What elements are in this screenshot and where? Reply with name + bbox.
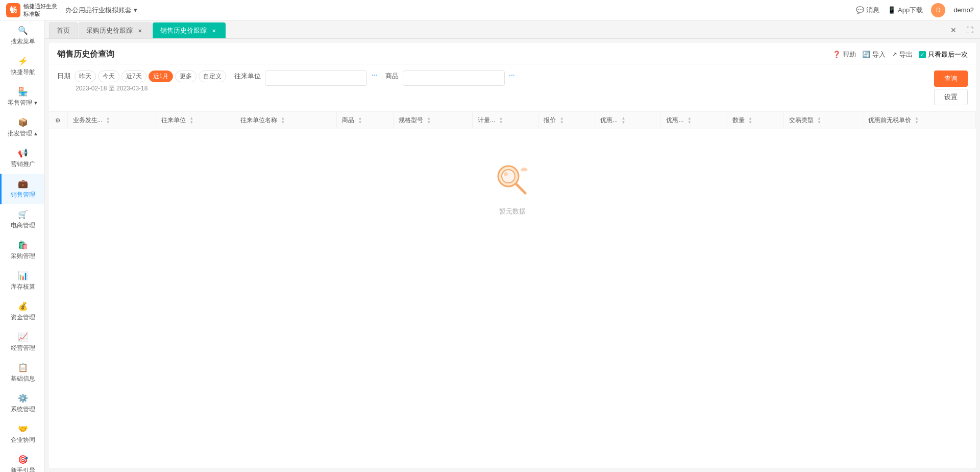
only-last-checkbox[interactable]: ✓ 只看最后一次 <box>919 50 968 59</box>
col-gear[interactable]: ⚙ <box>49 112 67 129</box>
col-trade-type[interactable]: 交易类型 ▲▼ <box>783 112 863 129</box>
tab-bar: 首页 采购历史价跟踪 ✕ 销售历史价跟踪 ✕ ✕ ⛶ <box>45 20 980 39</box>
date-btn-today[interactable]: 今天 <box>98 70 119 82</box>
svg-point-3 <box>504 172 508 176</box>
page-header: 销售历史价查询 ❓ 帮助 🔄 导入 ↗ 导出 ✓ <box>49 43 976 64</box>
chevron-down-icon: ▾ <box>134 6 137 14</box>
app-selector[interactable]: 办公用品行业模拟账套 ▾ <box>61 4 141 17</box>
box-icon: 📦 <box>18 117 28 127</box>
tab-purchase-history[interactable]: 采购历史价跟踪 ✕ <box>79 22 152 38</box>
content-area: 首页 采购历史价跟踪 ✕ 销售历史价跟踪 ✕ ✕ ⛶ 销售历史价查询 <box>45 20 980 472</box>
sidebar-item-retail[interactable]: 🏪 零售管理 ▼ <box>0 82 44 112</box>
tab-close-all-button[interactable]: ✕ <box>947 24 960 36</box>
col-quote[interactable]: 报价 ▲▼ <box>538 112 595 129</box>
handshake-icon: 🤝 <box>18 424 28 434</box>
table-wrapper: ⚙ 业务发生... ▲▼ 往来单位 ▲▼ 往来单位名称 ▲▼ <box>49 112 976 468</box>
logo-icon: 畅 <box>6 3 20 17</box>
search-icon: 🔍 <box>18 26 28 35</box>
data-table: ⚙ 业务发生... ▲▼ 往来单位 ▲▼ 往来单位名称 ▲▼ <box>49 112 976 129</box>
chevron-up-icon: ▲ <box>33 131 38 136</box>
filter-actions: 查询 设置 <box>934 70 968 105</box>
product-filter-group: 商品 ··· <box>385 70 515 86</box>
tab-close-purchase[interactable]: ✕ <box>136 27 144 35</box>
cart-icon: 🛒 <box>18 209 28 219</box>
date-btn-yesterday[interactable]: 昨天 <box>75 70 96 82</box>
tab-sales-history[interactable]: 销售历史价跟踪 ✕ <box>153 22 226 38</box>
partner-select-icon[interactable]: ··· <box>371 70 377 79</box>
tab-home[interactable]: 首页 <box>49 22 78 38</box>
svg-point-1 <box>502 170 515 183</box>
date-btn-1month[interactable]: 近1月 <box>149 70 174 82</box>
empty-state: 暂元数据 <box>49 129 976 247</box>
gear-icon: ⚙️ <box>18 393 28 403</box>
help-icon: ❓ <box>832 51 841 58</box>
avatar[interactable]: D <box>931 3 945 17</box>
date-filter-group: 日期 昨天 今天 近7天 近1月 更多 自定义 2023-02-18 至 202… <box>57 70 226 93</box>
megaphone-icon: 📢 <box>18 148 28 158</box>
sidebar-item-sales[interactable]: 💼 销售管理 <box>0 174 44 204</box>
top-bar-right: 💬 消息 📱 App下载 D demo2 <box>856 3 974 17</box>
tab-close-sales[interactable]: ✕ <box>210 27 218 35</box>
sidebar-item-search[interactable]: 🔍 搜索菜单 <box>0 20 44 51</box>
partner-input[interactable] <box>265 70 367 86</box>
date-btn-custom[interactable]: 自定义 <box>199 70 226 82</box>
sidebar-item-newbie[interactable]: 🎯 新手引导 <box>0 450 44 472</box>
sidebar-item-finance[interactable]: 💰 资金管理 <box>0 296 44 327</box>
product-select-icon[interactable]: ··· <box>509 70 515 79</box>
col-partner-name[interactable]: 往来单位名称 ▲▼ <box>235 112 336 129</box>
col-discount1[interactable]: 优惠... ▲▼ <box>595 112 661 129</box>
import-icon: 🔄 <box>862 51 870 58</box>
date-btn-7days[interactable]: 近7天 <box>121 70 146 82</box>
date-btn-more[interactable]: 更多 <box>175 70 197 82</box>
lightning-icon: ⚡ <box>18 56 28 66</box>
svg-line-2 <box>516 184 525 193</box>
filter-bar: 日期 昨天 今天 近7天 近1月 更多 自定义 2023-02-18 至 202… <box>49 64 976 112</box>
sidebar-item-system[interactable]: ⚙️ 系统管理 <box>0 388 44 419</box>
import-button[interactable]: 🔄 导入 <box>862 50 886 59</box>
sidebar-item-basic[interactable]: 📋 基础信息 <box>0 358 44 388</box>
sidebar-item-wholesale[interactable]: 📦 批发管理 ▲ <box>0 112 44 143</box>
trend-icon: 📈 <box>18 332 28 342</box>
col-unit[interactable]: 计量... ▲▼ <box>473 112 538 129</box>
col-partner-code[interactable]: 往来单位 ▲▼ <box>156 112 235 129</box>
top-bar: 畅 畅捷通好生意 标准版 办公用品行业模拟账套 ▾ 💬 消息 📱 App下载 D… <box>0 0 980 20</box>
message-button[interactable]: 💬 消息 <box>856 6 879 15</box>
clipboard-icon: 📋 <box>18 363 28 372</box>
help-button[interactable]: ❓ 帮助 <box>832 50 856 59</box>
sidebar-item-inventory[interactable]: 📊 库存核算 <box>0 266 44 296</box>
sidebar-item-enterprise[interactable]: 🤝 企业协同 <box>0 419 44 450</box>
search-button[interactable]: 查询 <box>934 70 968 87</box>
app-download-button[interactable]: 📱 App下载 <box>888 6 923 15</box>
col-discount2[interactable]: 优惠... ▲▼ <box>661 112 727 129</box>
sidebar-item-ecommerce[interactable]: 🛒 电商管理 <box>0 204 44 235</box>
tab-fullscreen-button[interactable]: ⛶ <box>964 24 976 36</box>
date-range-text: 2023-02-18 至 2023-03-18 <box>75 84 226 93</box>
username-label[interactable]: demo2 <box>953 6 974 14</box>
col-product[interactable]: 商品 ▲▼ <box>337 112 394 129</box>
bag-icon: 🛍️ <box>18 240 28 250</box>
sidebar-item-marketing[interactable]: 📢 营销推广 <box>0 143 44 174</box>
col-qty[interactable]: 数量 ▲▼ <box>727 112 783 129</box>
empty-text: 暂元数据 <box>499 207 526 216</box>
store-icon: 🏪 <box>18 87 28 97</box>
download-icon: 📱 <box>888 6 896 14</box>
sidebar-item-operations[interactable]: 📈 经营管理 <box>0 327 44 358</box>
settings-button[interactable]: 设置 <box>934 89 968 105</box>
product-input[interactable] <box>403 70 505 86</box>
sidebar-item-purchase[interactable]: 🛍️ 采购管理 <box>0 235 44 266</box>
chevron-down-icon: ▼ <box>33 100 38 106</box>
sidebar-item-quicknav[interactable]: ⚡ 快捷导航 <box>0 51 44 82</box>
empty-icon <box>492 160 533 201</box>
logo-area: 畅 畅捷通好生意 标准版 <box>6 3 57 17</box>
export-button[interactable]: ↗ 导出 <box>892 50 913 59</box>
col-pretax-price[interactable]: 优惠前无税单价 ▲▼ <box>863 112 975 129</box>
tab-actions: ✕ ⛶ <box>947 24 976 38</box>
date-quick-buttons: 昨天 今天 近7天 近1月 更多 自定义 <box>75 70 226 82</box>
col-biz-date[interactable]: 业务发生... ▲▼ <box>67 112 156 129</box>
target-icon: 🎯 <box>18 455 28 464</box>
logo-text: 畅捷通好生意 标准版 <box>23 3 57 17</box>
page: 销售历史价查询 ❓ 帮助 🔄 导入 ↗ 导出 ✓ <box>49 43 976 468</box>
col-spec[interactable]: 规格型号 ▲▼ <box>394 112 473 129</box>
page-header-actions: ❓ 帮助 🔄 导入 ↗ 导出 ✓ 只看最后一次 <box>832 50 968 59</box>
checkbox-icon: ✓ <box>919 51 926 58</box>
